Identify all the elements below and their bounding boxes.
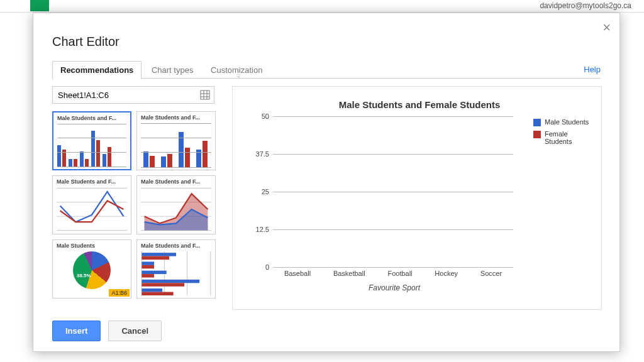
thumb-title: Male Students and F... [57,178,127,185]
tab-recommendations[interactable]: Recommendations [52,61,142,79]
select-range-icon[interactable] [200,90,210,100]
tab-customization[interactable]: Customization ☟ [203,62,270,79]
x-axis-labels: BaseballBasketballFootballHockeySoccer [273,270,513,277]
tab-bar: Recommendations Chart types Customizatio… [52,61,601,79]
legend-label: Female Students [545,130,590,145]
thumb-area-1[interactable]: Male Students and F... [136,175,216,234]
x-tick-label: Hockey [435,270,458,277]
sheets-logo [30,0,49,11]
x-tick-label: Baseball [284,270,311,277]
cursor-pointer-icon: ☟ [236,73,240,80]
legend-item: Female Students [533,130,590,145]
y-tick-label: 50 [250,112,269,120]
thumb-grouped-bar-1[interactable]: Male Students and F... [52,111,131,170]
chart-legend: Male Students Female Students [533,118,590,149]
cancel-button[interactable]: Cancel [108,321,162,341]
legend-item: Male Students [533,118,590,126]
svg-rect-27 [142,288,162,292]
range-field[interactable] [57,90,200,101]
data-range-input[interactable] [52,86,214,104]
dialog-title: Chart Editor [52,35,119,49]
thumb-line-1[interactable]: Male Students and F... [52,175,131,234]
svg-rect-19 [142,253,176,256]
x-axis-title: Favourite Sport [200,283,589,292]
range-badge: A1:B6 [109,289,130,297]
svg-rect-26 [142,283,184,286]
recommendation-thumbnails: Male Students and F... Male Students and… [52,111,216,299]
y-tick-label: 25 [250,188,269,195]
thumb-title: Male Students [57,243,127,249]
user-email[interactable]: davidpetro@mytools2go.ca [540,1,631,10]
svg-rect-25 [142,280,199,283]
svg-rect-28 [142,292,173,295]
app-header: davidpetro@mytools2go.ca [0,0,644,13]
insert-button[interactable]: Insert [52,321,101,341]
svg-rect-24 [142,274,154,277]
x-tick-label: Football [387,270,412,277]
svg-rect-0 [201,90,209,99]
thumb-title: Male Students and F... [141,114,211,121]
thumb-title: Male Students and F... [141,178,211,185]
legend-swatch-icon [533,131,541,138]
y-tick-label: 37.5 [250,150,269,158]
thumb-title: Male Students and F... [141,243,211,249]
chart-editor-dialog: × Chart Editor Recommendations Chart typ… [33,13,620,352]
dialog-actions: Insert Cancel [52,321,162,341]
x-tick-label: Soccer [480,270,502,277]
thumb-title: Male Students and F... [57,115,126,121]
chart-plot-area: 012.52537.550 [273,116,513,267]
help-link[interactable]: Help [584,65,601,74]
svg-rect-23 [142,271,166,274]
svg-rect-20 [142,256,169,260]
y-tick-label: 0 [250,263,269,271]
chart-title: Male Students and Female Students [250,99,589,110]
thumb-grouped-bar-2[interactable]: Male Students and F... [136,111,216,170]
y-tick-label: 12.5 [250,226,269,233]
legend-swatch-icon [533,119,541,126]
svg-rect-22 [142,265,154,268]
svg-rect-21 [142,261,154,265]
chart-preview: Male Students and Female Students Male S… [232,86,602,310]
x-tick-label: Basketball [333,270,365,277]
close-icon[interactable]: × [602,19,611,36]
tab-chart-types[interactable]: Chart types [144,62,201,79]
pie-pct: 38.5% [77,273,91,278]
thumb-pie[interactable]: Male Students 38.5% A1:B6 [52,239,131,299]
legend-label: Male Students [545,118,589,126]
